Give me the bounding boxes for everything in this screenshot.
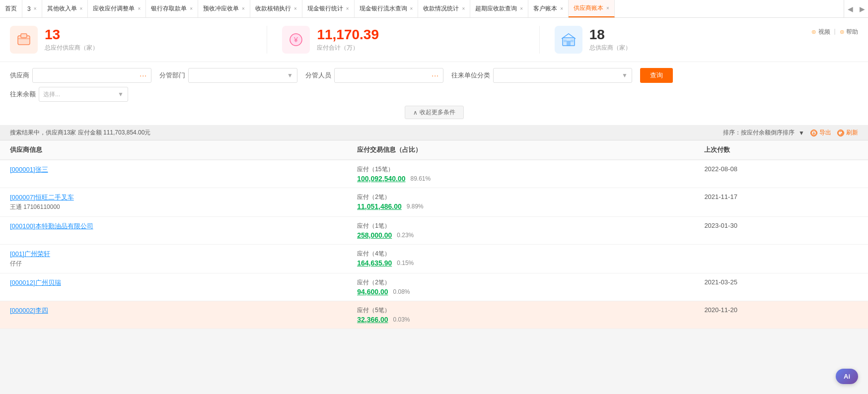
- help-link[interactable]: ⊙ 帮助: [840, 28, 858, 36]
- last-payment-cell: 2020-11-20: [694, 301, 868, 329]
- nav-tab-customer-ledger[interactable]: 客户账本 ×: [528, 0, 569, 17]
- sort-label: 排序：按应付余额倒序排序: [723, 129, 795, 137]
- close-ar-ap-icon[interactable]: ×: [138, 6, 141, 11]
- supplier-filter-label: 供应商: [10, 71, 29, 80]
- nav-arrows: ◀ ▶: [844, 0, 868, 18]
- close-supplier-ledger-icon[interactable]: ×: [606, 5, 609, 11]
- export-label: 导出: [819, 129, 831, 137]
- payable-amount[interactable]: 11,051,486.00: [357, 202, 402, 210]
- supplier-link[interactable]: [000002]李四: [10, 307, 48, 314]
- balance-filter-select[interactable]: 选择... ▼: [39, 87, 128, 102]
- nav-right-arrow[interactable]: ▶: [856, 0, 868, 18]
- total-payable-suppliers: 13: [45, 28, 98, 42]
- summary-card-total-suppliers: 18 总供应商（家）: [539, 26, 811, 54]
- search-button[interactable]: 查询: [640, 68, 673, 83]
- person-filter-label: 分管人员: [305, 71, 331, 80]
- payable-count: 应付（2笔）: [357, 193, 684, 201]
- refresh-icon: [837, 130, 844, 136]
- collapse-label: 收起更多条件: [420, 108, 455, 117]
- supplier-info-cell: [001]广州荣轩仔仔: [0, 245, 347, 273]
- person-dots-icon[interactable]: ···: [432, 71, 439, 79]
- filter-row-2: 往来余额 选择... ▼: [10, 87, 858, 102]
- nav-tab-overdue-ar[interactable]: 超期应收款查询 ×: [470, 0, 528, 17]
- nav-tab-advance-ar[interactable]: 预收冲应收单 ×: [198, 0, 250, 17]
- payable-amount[interactable]: 258,000.00: [357, 231, 392, 239]
- payable-percentage: 0.23%: [397, 232, 414, 239]
- supplier-link[interactable]: [001]广州荣轩: [10, 250, 50, 258]
- supplier-link[interactable]: [000007]恒旺二手叉车: [10, 194, 74, 201]
- nav-tab-3[interactable]: 3 ×: [22, 0, 42, 17]
- close-cash-stat-icon[interactable]: ×: [346, 6, 349, 11]
- dept-filter-label: 分管部门: [159, 71, 185, 80]
- nav-left-arrow[interactable]: ◀: [844, 0, 856, 18]
- payable-percentage: 0.03%: [393, 316, 410, 323]
- close-advance-icon[interactable]: ×: [242, 6, 245, 11]
- supplier-link[interactable]: [000012]广州贝瑞: [10, 279, 61, 286]
- nav-tab-ar-ap-adjust[interactable]: 应收应付调整单 ×: [88, 0, 146, 17]
- svg-rect-6: [567, 41, 571, 46]
- close-receipt-verify-icon[interactable]: ×: [294, 6, 297, 11]
- total-suppliers-number: 18: [589, 28, 631, 42]
- nav-tab-other-income[interactable]: 其他收入单 ×: [42, 0, 88, 17]
- payable-amount[interactable]: 32,366.00: [357, 316, 388, 324]
- nav-tab-home[interactable]: 首页: [0, 0, 22, 17]
- top-right-links: ⊙ 视频 | ⊙ 帮助: [811, 26, 858, 54]
- close-bank-icon[interactable]: ×: [190, 6, 193, 11]
- svg-rect-8: [571, 40, 574, 42]
- card-info-payable: 11,170.39 应付合计（万）: [317, 28, 379, 52]
- sort-dropdown-icon: ▼: [798, 130, 804, 136]
- payable-info-cell: 应付（1笔）258,000.000.23%: [347, 217, 694, 245]
- last-payment-cell: 2021-11-17: [694, 188, 868, 217]
- dept-dropdown-icon: ▼: [287, 72, 293, 79]
- col-header-last-payment: 上次付数: [694, 140, 868, 160]
- summary-card-suppliers: 13 总应付供应商（家）: [10, 26, 267, 54]
- last-payment-cell: 2023-01-30: [694, 217, 868, 245]
- result-bar: 搜索结果中，供应商13家 应付金额 111,703,854.00元 排序：按应付…: [0, 126, 868, 140]
- close-overdue-icon[interactable]: ×: [520, 6, 523, 11]
- supplier-info-cell: [000001]张三: [0, 160, 347, 188]
- close-tab-3-icon[interactable]: ×: [34, 6, 37, 11]
- filter-supplier: 供应商 ···: [10, 68, 151, 83]
- export-button[interactable]: 导出: [810, 129, 831, 137]
- collapse-button[interactable]: ∧ 收起更多条件: [405, 106, 464, 119]
- supplier-link[interactable]: [000001]张三: [10, 166, 48, 173]
- payable-percentage: 9.89%: [407, 203, 424, 210]
- close-other-income-icon[interactable]: ×: [80, 6, 83, 11]
- close-receipt-stat-icon[interactable]: ×: [462, 6, 465, 11]
- sort-selector[interactable]: 排序：按应付余额倒序排序 ▼: [723, 129, 804, 137]
- payable-amount[interactable]: 100,092,540.00: [357, 175, 405, 183]
- supplier-info-cell: [000002]李四: [0, 301, 347, 329]
- balance-dropdown-icon: ▼: [118, 91, 124, 98]
- nav-tab-cash-bank-flow[interactable]: 现金银行流水查询 ×: [355, 0, 419, 17]
- collapse-icon: ∧: [413, 109, 418, 116]
- payable-info-cell: 应付（2笔）94,600.000.08%: [347, 273, 694, 301]
- close-customer-ledger-icon[interactable]: ×: [560, 6, 563, 11]
- table-row: [000007]恒旺二手叉车王通 17106110000应付（2笔）11,051…: [0, 188, 868, 217]
- card-info-total-suppliers: 18 总供应商（家）: [589, 28, 631, 52]
- supplier-sub-info: 王通 17106110000: [10, 203, 337, 211]
- payable-count: 应付（15笔）: [357, 165, 684, 174]
- table-header-row: 供应商信息 应付交易信息（占比） 上次付数: [0, 140, 868, 160]
- refresh-button[interactable]: 刷新: [837, 129, 858, 137]
- filter-person: 分管人员 ···: [305, 68, 443, 83]
- payable-amount[interactable]: 164,635.90: [357, 259, 392, 267]
- close-cash-flow-icon[interactable]: ×: [410, 6, 413, 11]
- svg-rect-1: [21, 34, 27, 38]
- summary-bar: 13 总应付供应商（家） ¥ 11,170.39 应付合计（万）: [0, 18, 868, 62]
- nav-tab-receipt-stat[interactable]: 收款情况统计 ×: [418, 0, 470, 17]
- nav-tab-cash-bank-stat[interactable]: 现金银行统计 ×: [302, 0, 355, 17]
- video-link[interactable]: ⊙ 视频: [811, 28, 830, 36]
- nav-tab-supplier-ledger[interactable]: 供应商账本 ×: [569, 0, 615, 17]
- category-filter-select[interactable]: ▼: [493, 68, 632, 83]
- payable-info-cell: 应付（4笔）164,635.900.15%: [347, 245, 694, 273]
- payable-count: 应付（5笔）: [357, 306, 684, 315]
- nav-tab-receipt-verify[interactable]: 收款核销执行 ×: [250, 0, 302, 17]
- supplier-filter-input[interactable]: ···: [32, 68, 151, 83]
- supplier-dots-icon[interactable]: ···: [140, 71, 147, 79]
- payable-info-cell: 应付（2笔）11,051,486.009.89%: [347, 188, 694, 217]
- dept-filter-select[interactable]: ▼: [188, 68, 297, 83]
- supplier-link[interactable]: [000100]本特勤油品有限公司: [10, 222, 93, 230]
- payable-amount[interactable]: 94,600.00: [357, 288, 388, 296]
- person-filter-input[interactable]: ···: [334, 68, 443, 83]
- nav-tab-bank-deposit[interactable]: 银行存取款单 ×: [146, 0, 198, 17]
